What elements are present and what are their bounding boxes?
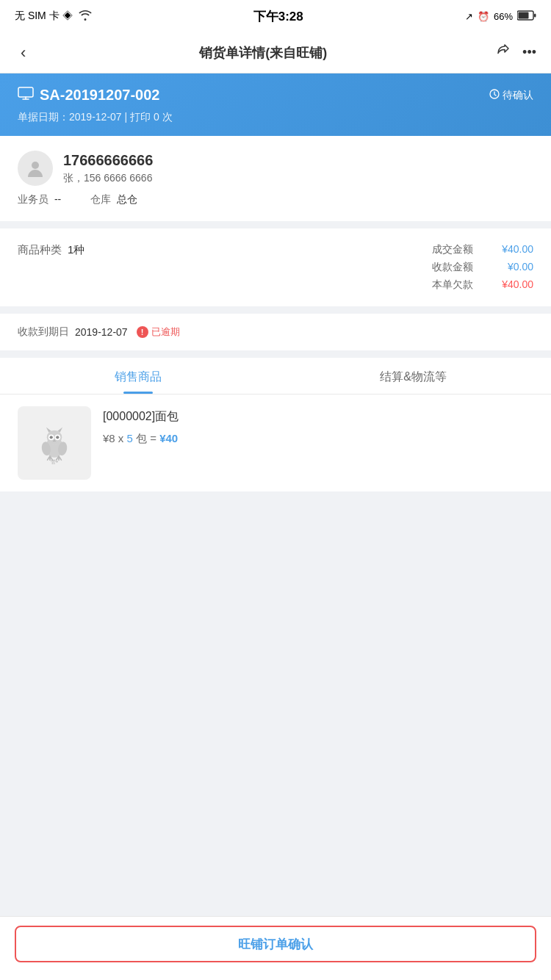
alarm-icon: ⏰ xyxy=(478,11,489,22)
order-number: SA-20191207-002 xyxy=(18,87,159,104)
amount-value: ¥40.00 xyxy=(482,243,533,256)
battery-level: 66% xyxy=(494,11,513,22)
warehouse-item: 仓库 总仓 xyxy=(90,193,137,206)
product-total: ¥40 xyxy=(159,432,178,444)
confirm-order-button[interactable]: 旺铺订单确认 xyxy=(15,926,536,962)
product-image: 管+ xyxy=(18,406,91,480)
owed-item: 本单欠款 ¥40.00 xyxy=(432,278,533,292)
status-time: 下午3:28 xyxy=(253,8,303,25)
amount-item: 成交金额 ¥40.00 xyxy=(432,243,533,256)
salesperson-label: 业务员 xyxy=(18,193,48,205)
summary-card: 商品种类 1种 成交金额 ¥40.00 收款金额 ¥0.00 本单欠款 ¥40.… xyxy=(0,228,551,306)
svg-rect-2 xyxy=(534,13,536,17)
product-type-label: 商品种类 xyxy=(18,243,62,257)
share-icon[interactable] xyxy=(494,43,511,62)
product-list: 管+ [0000002]面包 ¥8 x 5 包 = ¥40 xyxy=(0,394,551,491)
warehouse-value: 总仓 xyxy=(117,193,137,205)
clock-icon xyxy=(489,89,500,101)
tab-settlement-logistics[interactable]: 结算&物流等 xyxy=(276,358,551,394)
owed-value: ¥40.00 xyxy=(482,278,533,292)
header-top: SA-20191207-002 待确认 xyxy=(18,87,533,104)
nav-right-actions: ••• xyxy=(494,43,536,62)
customer-header: 17666666666 张，156 6666 6666 xyxy=(18,151,533,186)
overdue-icon: ! xyxy=(137,326,148,338)
status-bar: 无 SIM 卡 ◈ 下午3:28 ↗ ⏰ 66% xyxy=(0,0,551,32)
more-icon[interactable]: ••• xyxy=(522,45,536,60)
svg-rect-3 xyxy=(18,87,33,97)
order-screen-icon xyxy=(18,87,34,104)
sim-label: 无 SIM 卡 ◈ xyxy=(15,10,73,23)
received-value: ¥0.00 xyxy=(482,261,533,274)
customer-info: 17666666666 张，156 6666 6666 xyxy=(63,152,153,185)
salesperson-item: 业务员 -- xyxy=(18,193,61,206)
customer-phone: 17666666666 xyxy=(63,152,153,169)
due-date: 2019-12-07 xyxy=(75,326,128,338)
due-label: 收款到期日 xyxy=(18,325,69,339)
empty-space xyxy=(0,499,551,646)
tabs-container: 销售商品 结算&物流等 xyxy=(0,358,551,491)
tab-sales-products[interactable]: 销售商品 xyxy=(0,358,276,394)
product-name: [0000002]面包 xyxy=(103,409,533,425)
status-left: 无 SIM 卡 ◈ xyxy=(15,10,92,23)
product-qty: 5 xyxy=(127,432,133,444)
svg-point-13 xyxy=(50,436,53,439)
overdue-label: 已逾期 xyxy=(151,325,180,339)
back-button[interactable]: ‹ xyxy=(15,37,32,68)
status-label: 待确认 xyxy=(503,89,533,102)
wifi-icon xyxy=(79,10,92,23)
overdue-badge: ! 已逾期 xyxy=(137,325,180,339)
svg-point-14 xyxy=(56,436,59,439)
svg-point-5 xyxy=(32,162,39,169)
received-label: 收款金额 xyxy=(432,261,473,274)
equals-sign: = xyxy=(150,432,159,444)
product-unit: 包 xyxy=(136,432,147,444)
product-item: 管+ [0000002]面包 ¥8 x 5 包 = ¥40 xyxy=(18,406,533,480)
page-title: 销货单详情(来自旺铺) xyxy=(32,44,494,62)
svg-rect-1 xyxy=(519,12,529,18)
nav-bar: ‹ 销货单详情(来自旺铺) ••• xyxy=(0,32,551,73)
salesperson-value: -- xyxy=(54,193,61,205)
owed-label: 本单欠款 xyxy=(432,278,473,292)
product-info: [0000002]面包 ¥8 x 5 包 = ¥40 xyxy=(103,406,533,446)
status-right: ↗ ⏰ 66% xyxy=(465,10,536,23)
summary-left: 商品种类 1种 xyxy=(18,243,84,257)
customer-meta: 业务员 -- 仓库 总仓 xyxy=(18,193,533,206)
product-type-value: 1种 xyxy=(68,243,84,257)
amount-label: 成交金额 xyxy=(432,243,473,256)
customer-card: 17666666666 张，156 6666 6666 业务员 -- 仓库 总仓 xyxy=(0,136,551,221)
product-price: ¥8 x 5 包 = ¥40 xyxy=(103,432,533,446)
header-card: SA-20191207-002 待确认 单据日期：2019-12-07 | 打印… xyxy=(0,73,551,136)
received-item: 收款金额 ¥0.00 xyxy=(432,261,533,274)
order-status-badge: 待确认 xyxy=(489,89,533,102)
customer-name: 张，156 6666 6666 xyxy=(63,172,153,185)
summary-right: 成交金额 ¥40.00 收款金额 ¥0.00 本单欠款 ¥40.00 xyxy=(432,243,533,292)
unit-price: ¥8 xyxy=(103,432,115,444)
tabs-header: 销售商品 结算&物流等 xyxy=(0,358,551,394)
order-date: 单据日期：2019-12-07 | 打印 0 次 xyxy=(18,111,533,124)
summary-row: 商品种类 1种 成交金额 ¥40.00 收款金额 ¥0.00 本单欠款 ¥40.… xyxy=(18,243,533,292)
warehouse-label: 仓库 xyxy=(90,193,111,205)
due-card: 收款到期日 2019-12-07 ! 已逾期 xyxy=(0,314,551,350)
multiply-sign: x xyxy=(118,432,127,444)
svg-text:管+: 管+ xyxy=(51,459,59,464)
battery-icon xyxy=(517,10,536,23)
bottom-bar: 旺铺订单确认 xyxy=(0,916,551,980)
location-icon: ↗ xyxy=(465,11,473,22)
customer-avatar xyxy=(18,151,53,186)
